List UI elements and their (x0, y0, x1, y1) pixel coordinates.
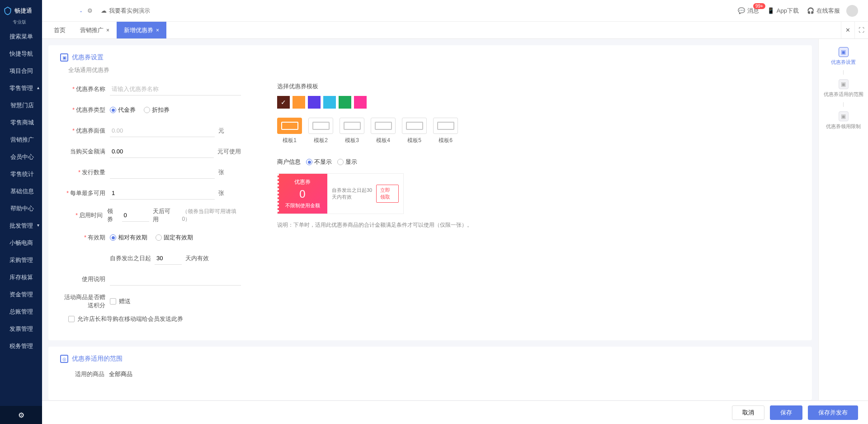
panel-icon: ◎ (60, 355, 68, 363)
usage-note-input[interactable] (110, 273, 241, 286)
tabs-row: 首页营销推广×新增优惠券× ✕ ⛶ (42, 22, 868, 39)
sidebar-item[interactable]: 税务管理 (0, 338, 42, 355)
template-label: 选择优惠券模板 (277, 82, 800, 91)
messages-link[interactable]: 💬 消息 99+ (738, 7, 759, 15)
color-swatch[interactable] (292, 96, 305, 109)
valid-days-input[interactable] (155, 252, 182, 265)
sidebar-item[interactable]: 零售管理▴ (0, 80, 42, 97)
color-swatch[interactable] (339, 96, 351, 109)
max-per-order-input[interactable] (110, 187, 215, 200)
sidebar-item[interactable]: 智慧门店 (0, 97, 42, 114)
checkbox-give-points[interactable] (110, 298, 116, 305)
avatar[interactable] (846, 5, 858, 17)
sidebar-item[interactable]: 项目合同 (0, 62, 42, 80)
claim-button[interactable]: 立即领取 (376, 185, 399, 203)
sidebar-item[interactable]: 会员中心 (0, 148, 42, 166)
sidebar-item[interactable]: 总账管理 (0, 303, 42, 320)
settings-gear-icon[interactable]: ⚙ (18, 411, 24, 419)
sidebar-item[interactable]: 营销推广 (0, 131, 42, 148)
sidebar-item[interactable]: 资金管理 (0, 286, 42, 303)
brand-name: 畅捷通 (14, 7, 32, 15)
template-option[interactable]: 模板5 (402, 118, 427, 144)
sidebar-item[interactable]: 零售统计 (0, 166, 42, 183)
subtab-all[interactable]: 全场通用优惠券 (68, 67, 109, 73)
brand-edition: 专业版 (13, 19, 42, 25)
explain-text: 说明：下单时，适用此优惠券商品的合计金额满足条件才可以使用（仅限一张）。 (277, 221, 800, 229)
radio-merchant-hide[interactable]: 不显示 (306, 158, 332, 166)
tab-close-all[interactable]: ✕ (841, 22, 854, 38)
close-icon[interactable]: × (106, 27, 109, 33)
support-link[interactable]: 🎧 在线客服 (807, 7, 840, 15)
sidebar-item[interactable]: 快捷导航 (0, 45, 42, 62)
sidebar-item[interactable]: 发票管理 (0, 320, 42, 338)
color-swatch[interactable] (354, 96, 367, 109)
sidebar-item[interactable]: 帮助中心 (0, 200, 42, 217)
enable-days-input[interactable] (122, 209, 149, 222)
cloud-icon: ☁ (101, 7, 107, 14)
tab-fullscreen[interactable]: ⛶ (854, 22, 868, 38)
sidebar-item[interactable]: 零售商城 (0, 114, 42, 131)
panel-coupon-scope: ◎ 优惠券适用的范围 适用的商品 全部商品 (48, 347, 812, 400)
sidebar: 畅捷通 专业版 搜索菜单快捷导航项目合同零售管理▴智慧门店零售商城营销推广会员中… (0, 0, 42, 424)
sidebar-item[interactable]: 搜索菜单 (0, 28, 42, 45)
coupon-name-input[interactable] (110, 83, 241, 95)
tab[interactable]: 新增优惠券× (117, 22, 166, 38)
face-value-input[interactable] (110, 124, 215, 137)
cancel-button[interactable]: 取消 (732, 405, 764, 420)
threshold-input[interactable] (110, 145, 214, 158)
phone-icon: 📱 (767, 7, 774, 14)
radio-cash[interactable]: 代金券 (110, 106, 136, 114)
template-option[interactable]: 模板2 (308, 118, 333, 144)
panel-coupon-settings: ▣ 优惠券设置 全场通用优惠券 *优惠券名称 *优惠券类型 (48, 45, 812, 340)
anchor-link[interactable]: ▣优惠券设置 (831, 47, 856, 66)
tab[interactable]: 首页 (47, 22, 73, 38)
footer-bar: 取消 保存 保存并发布 (42, 400, 868, 424)
chevron-up-icon: ▴ (37, 85, 39, 90)
chevron-down-icon: ⌄ (79, 8, 83, 13)
badge: 99+ (753, 3, 765, 9)
org-settings-icon[interactable]: ⚙ (87, 7, 93, 14)
color-swatch[interactable] (323, 96, 336, 109)
panel-title: 优惠券设置 (72, 53, 104, 62)
radio-merchant-show[interactable]: 显示 (337, 158, 357, 166)
sidebar-item[interactable]: 小畅电商 (0, 234, 42, 252)
template-option[interactable]: 模板3 (340, 118, 364, 144)
coupon-preview: 优惠券 0 不限制使用金额 自券发出之日起30天内有效 立即领取 (277, 173, 404, 214)
logo: 畅捷通 (0, 0, 42, 22)
radio-fixed[interactable]: 固定有效期 (156, 233, 193, 242)
save-button[interactable]: 保存 (770, 405, 802, 420)
demo-link[interactable]: ☁ 我要看实例演示 (101, 7, 150, 15)
template-option[interactable]: 模板1 (277, 118, 302, 144)
close-icon[interactable]: × (156, 27, 159, 33)
chevron-down-icon: ▾ (37, 223, 39, 228)
org-selector[interactable]: ⌄ (48, 8, 83, 13)
radio-discount[interactable]: 折扣券 (144, 106, 170, 114)
color-swatch[interactable] (308, 96, 321, 109)
sidebar-item[interactable]: 基础信息 (0, 183, 42, 200)
save-publish-button[interactable]: 保存并发布 (808, 405, 858, 420)
sidebar-item[interactable]: 批发管理▾ (0, 217, 42, 234)
template-option[interactable]: 模板6 (433, 118, 458, 144)
chat-icon: 💬 (738, 7, 745, 14)
logo-icon (3, 6, 13, 16)
radio-relative[interactable]: 相对有效期 (110, 233, 147, 242)
sidebar-item[interactable]: 采购管理 (0, 252, 42, 269)
sidebar-footer: ⚙ (0, 406, 42, 424)
sidebar-item[interactable]: 库存核算 (0, 269, 42, 286)
template-option[interactable]: 模板4 (371, 118, 396, 144)
panel-title: 优惠券适用的范围 (72, 355, 123, 363)
issue-count-input[interactable] (110, 166, 215, 179)
tab[interactable]: 营销推广× (73, 22, 117, 38)
app-download-link[interactable]: 📱 App下载 (767, 7, 799, 15)
topbar: ⌄ ⚙ ☁ 我要看实例演示 💬 消息 99+ 📱 App下载 🎧 在线客服 (42, 0, 868, 22)
color-swatch[interactable] (277, 96, 290, 109)
anchor-nav: ▣优惠券设置▣优惠券适用的范围▣优惠券领用限制 (818, 39, 868, 400)
panel-icon: ▣ (60, 53, 68, 62)
checkbox-allow-mobile[interactable] (68, 316, 75, 322)
anchor-link[interactable]: ▣优惠券领用限制 (826, 111, 861, 130)
anchor-link[interactable]: ▣优惠券适用的范围 (824, 79, 863, 98)
headset-icon: 🎧 (807, 7, 814, 14)
